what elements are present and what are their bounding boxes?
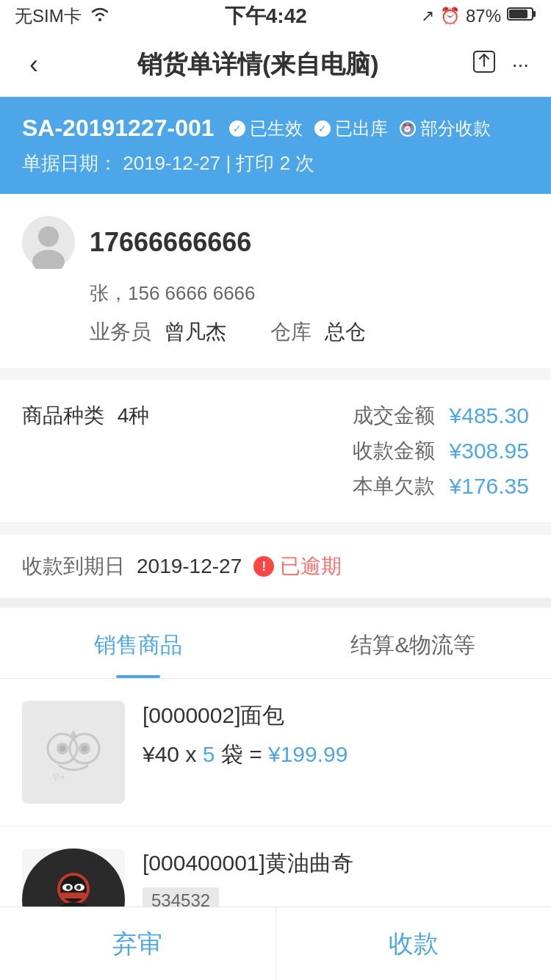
- section-divider-1: [0, 368, 551, 380]
- warehouse-label: 仓库: [270, 320, 311, 343]
- collect-button[interactable]: 收款: [276, 907, 552, 980]
- customer-avatar: [22, 216, 75, 269]
- tab-products[interactable]: 销售商品: [0, 608, 276, 678]
- tabs-row: 销售商品 结算&物流等: [0, 608, 551, 679]
- customer-row: 17666666666: [22, 216, 529, 269]
- warehouse-value: 总仓: [325, 320, 366, 343]
- deal-amount-value: ¥485.30: [450, 403, 529, 428]
- times-1: x: [185, 742, 202, 766]
- total-1: ¥199.99: [268, 742, 347, 766]
- order-header: SA-20191227-001 ✓ 已生效 ✓ 已出库 ⏰ 部分收款 单据日期：…: [0, 97, 551, 194]
- collected-value: ¥308.95: [450, 439, 529, 464]
- product-price-1: ¥40 x 5 袋 = ¥199.99: [143, 740, 529, 770]
- product-types-label: 商品种类: [22, 404, 104, 427]
- svg-point-13: [82, 746, 87, 752]
- tabs-section: 销售商品 结算&物流等: [0, 608, 551, 679]
- collected-label: 收款金额: [353, 437, 435, 465]
- svg-point-12: [60, 746, 65, 752]
- svg-point-6: [38, 226, 59, 247]
- alarm-icon: ⏰: [440, 7, 460, 26]
- bottom-bar: 弃审 收款: [0, 907, 551, 980]
- stats-left: 商品种类 4种: [22, 402, 149, 430]
- battery-icon: [507, 6, 536, 26]
- customer-name: 17666666666: [90, 227, 251, 258]
- svg-point-20: [66, 885, 71, 890]
- status-bar: 无SIM卡 下午4:42 ↗ ⏰ 87%: [0, 0, 551, 32]
- status-bar-left: 无SIM卡: [15, 4, 111, 28]
- section-gap: [0, 523, 551, 535]
- section-gap-2: [0, 598, 551, 607]
- order-date: 2019-12-27: [123, 152, 220, 174]
- due-date-value: 2019-12-27: [137, 555, 242, 578]
- svg-rect-3: [509, 10, 527, 18]
- cancel-review-button[interactable]: 弃审: [0, 907, 276, 980]
- owed-row: 本单欠款 ¥176.35: [353, 472, 529, 500]
- status-partial: ⏰ 部分收款: [400, 117, 491, 140]
- unit-1: 袋: [221, 742, 243, 766]
- nav-bar: ‹ 销货单详情(来自电脑) ···: [0, 32, 551, 97]
- page-title: 销货单详情(来自电脑): [137, 48, 379, 82]
- svg-point-21: [76, 885, 81, 890]
- status-badges: ✓ 已生效 ✓ 已出库 ⏰ 部分收款: [229, 117, 491, 140]
- overdue-badge: ! 已逾期: [253, 552, 342, 580]
- overdue-text: 已逾期: [280, 552, 342, 580]
- deal-amount-row: 成交金额 ¥485.30: [353, 402, 529, 430]
- battery-text: 87%: [466, 6, 501, 26]
- nav-actions: ···: [471, 48, 529, 80]
- product-name-1: [0000002]面包: [143, 701, 529, 731]
- share-button[interactable]: [471, 48, 497, 80]
- print-info: | 打印 2 次: [226, 152, 314, 174]
- back-button[interactable]: ‹: [22, 42, 46, 87]
- check-icon: ✓: [229, 120, 245, 137]
- date-label: 单据日期：: [22, 152, 118, 174]
- product-info-1: [0000002]面包 ¥40 x 5 袋 = ¥199.99: [143, 701, 529, 770]
- salesperson-label: 业务员: [90, 320, 151, 343]
- product-types: 商品种类 4种: [22, 402, 149, 430]
- wifi-icon: [89, 6, 111, 26]
- clock-icon: ⏰: [400, 120, 416, 137]
- product-item-1: 早+ [0000002]面包 ¥40 x 5 袋 = ¥199.99: [0, 679, 551, 826]
- tab-settlement[interactable]: 结算&物流等: [276, 608, 551, 678]
- order-date-row: 单据日期： 2019-12-27 | 打印 2 次: [22, 151, 529, 176]
- warehouse-info: 仓库 总仓: [270, 318, 366, 346]
- customer-detail: 张，156 6666 6666: [90, 281, 529, 306]
- overdue-icon: !: [253, 556, 274, 577]
- customer-section: 17666666666 张，156 6666 6666 业务员 曾凡杰 仓库 总…: [0, 194, 551, 368]
- qty-1: 5: [203, 742, 215, 766]
- product-thumb-1: 早+: [22, 701, 125, 804]
- product-name-2: [000400001]黄油曲奇: [143, 849, 529, 879]
- due-date-label: 收款到期日: [22, 552, 125, 580]
- collected-row: 收款金额 ¥308.95: [353, 437, 529, 465]
- owed-value: ¥176.35: [450, 474, 529, 499]
- more-button[interactable]: ···: [512, 53, 529, 76]
- salesperson-info: 业务员 曾凡杰: [90, 318, 226, 346]
- status-active: ✓ 已生效: [229, 117, 303, 140]
- status-bar-right: ↗ ⏰ 87%: [421, 6, 536, 26]
- svg-rect-2: [533, 11, 536, 17]
- order-header-top: SA-20191227-001 ✓ 已生效 ✓ 已出库 ⏰ 部分收款: [22, 115, 529, 142]
- owed-label: 本单欠款: [353, 472, 435, 500]
- product-types-count: 4种: [118, 404, 150, 427]
- deal-amount-label: 成交金额: [353, 402, 435, 430]
- status-shipped: ✓ 已出库: [314, 117, 388, 140]
- status-time: 下午4:42: [225, 2, 307, 30]
- check-icon-2: ✓: [314, 120, 331, 137]
- carrier-text: 无SIM卡: [15, 4, 82, 28]
- svg-point-0: [98, 18, 101, 21]
- svg-rect-22: [60, 893, 87, 898]
- stats-row: 商品种类 4种 成交金额 ¥485.30 收款金额 ¥308.95 本单欠款 ¥…: [22, 402, 529, 500]
- location-icon: ↗: [421, 7, 434, 26]
- eq-1: =: [249, 742, 268, 766]
- unit-price-1: ¥40: [143, 742, 179, 766]
- due-date-section: 收款到期日 2019-12-27 ! 已逾期: [0, 535, 551, 598]
- salesperson-value: 曾凡杰: [165, 320, 226, 343]
- order-id: SA-20191227-001: [22, 115, 215, 142]
- stats-section: 商品种类 4种 成交金额 ¥485.30 收款金额 ¥308.95 本单欠款 ¥…: [0, 380, 551, 522]
- svg-text:早+: 早+: [51, 772, 65, 782]
- stats-right: 成交金额 ¥485.30 收款金额 ¥308.95 本单欠款 ¥176.35: [353, 402, 529, 500]
- customer-meta: 业务员 曾凡杰 仓库 总仓: [90, 318, 529, 346]
